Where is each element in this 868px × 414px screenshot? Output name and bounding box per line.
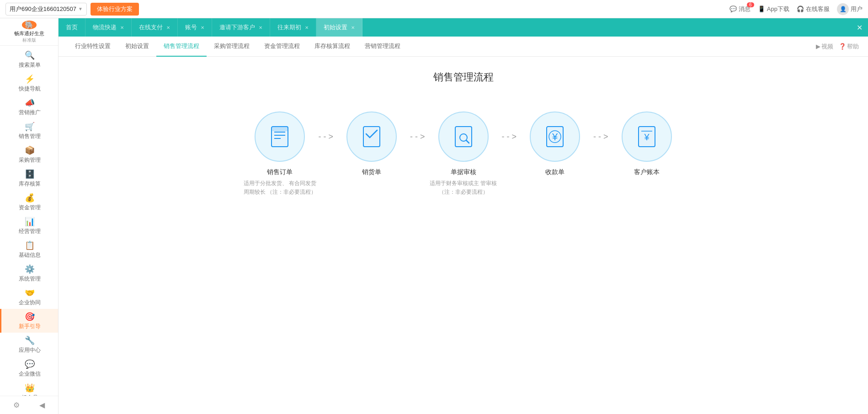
sidebar-item-purchase[interactable]: 📦采购管理 [0,143,58,166]
flow-diagram: 销售订单适用于分批发货、 有合同发货周期较长 （注：非必要流程）- - >销货单… [77,111,850,196]
sales-icon: 🛒 [25,122,35,132]
close-tab-invite-icon[interactable]: ✕ [259,25,262,30]
flow-arrow-4: - - > [593,111,608,142]
close-all-tabs-button[interactable]: ✕ [851,23,868,32]
nav-tab-label-account: 账号 [185,23,197,32]
sidebar-item-inventory[interactable]: 🗄️库存核算 [0,166,58,190]
close-tab-logistics-icon[interactable]: ✕ [120,25,124,30]
logo-text: 畅库通好生意 标准版 [14,30,44,42]
sub-tab-sales_flow[interactable]: 销售管理流程 [156,37,207,57]
sidebar-label-ops: 经营管理 [19,228,41,235]
logo-icon: 🐘 [22,21,37,29]
customer-service-button[interactable]: 🎧 在线客服 [797,5,830,13]
nav-tab-payment[interactable]: 在线支付✕ [132,18,178,37]
sidebar-item-sales[interactable]: 🛒销售管理 [0,119,58,143]
close-tab-period-icon[interactable]: ✕ [305,25,309,30]
flow-arrow-2: - - > [410,111,425,142]
sidebar-item-system[interactable]: ⚙️系统管理 [0,261,58,285]
sub-tabs-right-video[interactable]: ▶ 视频 [816,42,833,51]
svg-text:¥: ¥ [644,132,650,142]
sidebar-item-wechat[interactable]: 💬企业微信 [0,356,58,380]
sidebar-label-marketing: 营销推广 [19,109,41,117]
sidebar-item-search[interactable]: 🔍搜索菜单 [0,48,58,71]
sidebar-item-member[interactable]: 👑畅会员 [0,380,58,396]
flow-item-receipt: ¥收款单 [518,111,591,176]
arrow-icon-3: - - > [502,132,517,142]
sidebar-label-base: 基础信息 [19,251,41,259]
search-icon: 🔍 [25,50,35,60]
flow-label-customer_ledger: 客户账本 [634,168,660,176]
flow-label-receipt: 收款单 [545,168,564,176]
try-industry-button[interactable]: 体验行业方案 [91,3,139,16]
sidebar-item-guide[interactable]: 🎯新手引导 [0,309,58,333]
sidebar-nav: 🔍搜索菜单⚡快捷导航📣营销推广🛒销售管理📦采购管理🗄️库存核算💰资金管理📊经营管… [0,46,58,396]
nav-tab-home[interactable]: 首页 [59,18,85,37]
arrow-icon-4: - - > [593,132,608,142]
flow-circle-customer_ledger[interactable]: ¥ [622,111,672,162]
message-button[interactable]: 💬 消息 6 [730,5,751,13]
top-header: 用户690企业1660120507 ▼ 体验行业方案 💬 消息 6 📱 App下… [0,0,868,18]
svg-rect-4 [272,127,288,131]
sidebar-item-appcenter[interactable]: 🔧应用中心 [0,333,58,356]
message-icon: 💬 [730,5,737,12]
sub-tab-finance_flow[interactable]: 资金管理流程 [257,37,307,57]
settings-icon[interactable]: ⚙ [13,401,20,409]
sidebar-label-search: 搜索菜单 [19,61,41,69]
sidebar-item-ops[interactable]: 📊经营管理 [0,214,58,238]
user-selector[interactable]: 用户690企业1660120507 ▼ [5,3,87,16]
sub-tab-inventory_flow[interactable]: 库存核算流程 [307,37,357,57]
service-label: 在线客服 [806,5,830,13]
user-avatar-button[interactable]: 👤 用户 [837,3,863,15]
nav-tabs-bar: 首页物流快递✕在线支付✕账号✕邀请下游客户✕往来期初✕初始设置✕ ✕ [59,18,868,37]
header-right: 💬 消息 6 📱 App下载 🎧 在线客服 👤 用户 [730,3,863,15]
flow-circle-doc_review[interactable] [438,111,489,162]
sub-tab-initial[interactable]: 初始设置 [118,37,156,57]
flow-circle-receipt[interactable]: ¥ [530,111,580,162]
flow-item-sales_note: 销货单 [335,111,408,176]
page-title: 销售管理流程 [77,70,850,84]
app-label: App下载 [767,5,789,13]
sub-tab-purchase_flow[interactable]: 采购管理流程 [207,37,257,57]
sidebar-item-corp[interactable]: 🤝企业协同 [0,285,58,309]
sidebar-label-purchase: 采购管理 [19,156,41,164]
guide-icon: 🎯 [25,312,35,322]
avatar: 👤 [837,3,849,15]
nav-tab-invite[interactable]: 邀请下游客户✕ [212,18,270,37]
svg-rect-5 [363,127,380,147]
sidebar-item-finance[interactable]: 💰资金管理 [0,190,58,214]
user-label: 用户 [851,5,863,13]
sub-tabs-right-help[interactable]: ❓ 帮助 [839,42,859,51]
nav-tab-account[interactable]: 账号✕ [178,18,212,37]
flow-circle-sales_order[interactable] [255,111,305,162]
finance-icon: 💰 [25,193,35,203]
page-body: 销售管理流程 销售订单适用于分批发货、 有合同发货周期较长 （注：非必要流程）-… [59,57,868,210]
app-download-button[interactable]: 📱 App下载 [758,5,789,13]
nav-tab-label-home: 首页 [66,23,78,32]
nav-tab-label-payment: 在线支付 [139,23,163,32]
sidebar-bottom: ⚙ ◀ [0,396,58,414]
sidebar-item-quicknav[interactable]: ⚡快捷导航 [0,71,58,95]
collapse-icon[interactable]: ◀ [39,401,45,409]
sub-tab-industry[interactable]: 行业特性设置 [68,37,118,57]
sidebar-label-appcenter: 应用中心 [19,346,41,354]
close-tab-account-icon[interactable]: ✕ [201,25,204,30]
quicknav-icon: ⚡ [25,74,35,84]
nav-tab-setup[interactable]: 初始设置✕ [316,18,362,37]
header-left: 用户690企业1660120507 ▼ 体验行业方案 [5,3,139,16]
help-icon: ❓ [839,43,846,50]
nav-tab-logistics[interactable]: 物流快递✕ [85,18,132,37]
sidebar-label-finance: 资金管理 [19,204,41,212]
nav-tab-label-invite: 邀请下游客户 [219,23,255,32]
close-tab-setup-icon[interactable]: ✕ [351,25,355,30]
nav-tab-label-logistics: 物流快递 [93,23,117,32]
flow-arrow-1: - - > [318,111,333,142]
sub-tab-marketing_flow[interactable]: 营销管理流程 [357,37,408,57]
member-icon: 👑 [25,383,35,393]
flow-circle-sales_note[interactable] [346,111,397,162]
sidebar-item-base[interactable]: 📋基础信息 [0,238,58,261]
close-tab-payment-icon[interactable]: ✕ [166,25,170,30]
nav-tab-period[interactable]: 往来期初✕ [270,18,316,37]
chevron-down-icon: ▼ [78,6,83,11]
sidebar-item-marketing[interactable]: 📣营销推广 [0,95,58,119]
flow-label-sales_order: 销售订单 [267,168,293,176]
